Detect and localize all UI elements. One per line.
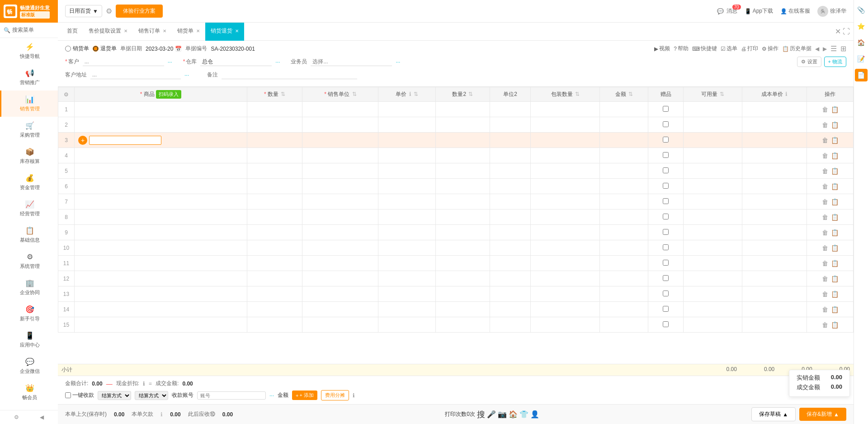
unit-price-cell[interactable] xyxy=(378,133,436,148)
qty-cell[interactable] xyxy=(247,302,302,317)
qty2-cell[interactable] xyxy=(436,317,490,333)
amount-sort-icon[interactable]: ⇅ xyxy=(628,91,633,97)
home-icon[interactable]: 🏠 xyxy=(509,410,518,419)
gift-checkbox[interactable] xyxy=(663,306,669,312)
copy-icon[interactable]: 📋 xyxy=(831,306,839,313)
unit2-cell[interactable] xyxy=(490,317,531,333)
gift-cell[interactable] xyxy=(648,133,684,148)
sales-unit-cell[interactable] xyxy=(302,225,378,240)
sidebar-item-purchase[interactable]: 🛒 采购管理 xyxy=(0,117,58,143)
topbar-gear-icon[interactable]: ⚙ xyxy=(106,7,112,15)
available-sort-icon[interactable]: ⇅ xyxy=(720,91,724,97)
unit-price-info-icon[interactable]: ℹ xyxy=(409,91,411,97)
qty-cell[interactable] xyxy=(247,210,302,225)
settlement-method-select[interactable]: 结算方式 xyxy=(98,391,131,400)
expense-split-btn[interactable]: 费用分摊 xyxy=(321,390,349,400)
qty2-cell[interactable] xyxy=(436,163,490,179)
operation-btn[interactable]: ⚙ 操作 xyxy=(762,45,778,52)
sales-unit-cell[interactable] xyxy=(302,163,378,179)
goods-cell[interactable] xyxy=(75,286,247,302)
available-cell[interactable] xyxy=(684,210,742,225)
nav-prev-icon[interactable]: ◀ xyxy=(815,46,819,52)
collapse-icon[interactable]: ◀ xyxy=(40,414,44,420)
user-info[interactable]: 头 徐泽华 xyxy=(817,6,846,17)
user-icon[interactable]: 👤 xyxy=(530,410,539,419)
copy-icon[interactable]: 📋 xyxy=(831,275,839,282)
sidebar-item-sales[interactable]: 📊 销售管理 xyxy=(0,91,58,117)
goods-cell[interactable] xyxy=(75,240,247,256)
copy-icon[interactable]: 📋 xyxy=(831,291,839,298)
qty-cell[interactable] xyxy=(247,271,302,286)
gift-cell[interactable] xyxy=(648,225,684,240)
sales-unit-cell[interactable] xyxy=(302,271,378,286)
qty2-cell[interactable] xyxy=(436,210,490,225)
gift-checkbox[interactable] xyxy=(663,152,669,158)
cost-price-info-icon[interactable]: ℹ xyxy=(785,91,788,97)
delete-icon[interactable]: 🗑 xyxy=(822,106,828,113)
copy-icon[interactable]: 📋 xyxy=(831,183,839,190)
unit2-cell[interactable] xyxy=(490,210,531,225)
pack-qty-cell[interactable] xyxy=(531,163,600,179)
delete-icon[interactable]: 🗑 xyxy=(822,214,828,221)
unit2-cell[interactable] xyxy=(490,302,531,317)
goods-cell[interactable] xyxy=(75,271,247,286)
sales-unit-cell[interactable] xyxy=(302,194,378,210)
customer-dots[interactable]: ··· xyxy=(168,59,172,65)
th-gear-icon[interactable]: ⚙ xyxy=(64,91,69,98)
unit2-cell[interactable] xyxy=(490,286,531,302)
copy-icon[interactable]: 📋 xyxy=(831,260,839,267)
qty2-sort-icon[interactable]: ⇅ xyxy=(468,91,473,97)
app-download[interactable]: 📱 App下载 xyxy=(745,7,773,15)
qty-cell[interactable] xyxy=(247,225,302,240)
pack-qty-cell[interactable] xyxy=(531,148,600,163)
unit-price-cell[interactable] xyxy=(378,102,436,117)
amount-cell[interactable] xyxy=(600,179,648,194)
shortcut-btn[interactable]: ⌨ 快捷键 xyxy=(692,45,717,52)
cost-price-cell[interactable] xyxy=(742,210,807,225)
history-btn[interactable]: 📋 历史单据 xyxy=(782,45,811,52)
sales-unit-cell[interactable] xyxy=(302,148,378,163)
cost-price-cell[interactable] xyxy=(742,302,807,317)
gift-cell[interactable] xyxy=(648,271,684,286)
cost-price-cell[interactable] xyxy=(742,225,807,240)
add-row-btn[interactable]: + xyxy=(78,136,87,145)
copy-icon[interactable]: 📋 xyxy=(831,137,839,144)
delete-icon[interactable]: 🗑 xyxy=(822,306,828,313)
available-cell[interactable] xyxy=(684,133,742,148)
copy-icon[interactable]: 📋 xyxy=(831,106,839,113)
copy-icon[interactable]: 📋 xyxy=(831,152,839,159)
account-input[interactable] xyxy=(197,391,266,400)
goods-cell[interactable] xyxy=(75,148,247,163)
gift-checkbox[interactable] xyxy=(663,167,669,173)
delete-icon[interactable]: 🗑 xyxy=(822,275,828,282)
sidebar-search[interactable]: 🔍 搜索菜单 xyxy=(0,23,58,38)
cost-price-cell[interactable] xyxy=(742,102,807,117)
customer-input[interactable] xyxy=(83,57,164,66)
unit2-cell[interactable] xyxy=(490,240,531,256)
qty2-cell[interactable] xyxy=(436,225,490,240)
goods-cell[interactable] xyxy=(75,210,247,225)
pack-qty-sort-icon[interactable]: ⇅ xyxy=(575,91,580,97)
goods-cell[interactable]: + xyxy=(75,133,247,148)
gift-cell[interactable] xyxy=(648,163,684,179)
th-settings[interactable]: ⚙ xyxy=(58,87,75,102)
copy-icon[interactable]: 📋 xyxy=(831,214,839,221)
qty-cell[interactable] xyxy=(247,163,302,179)
sidebar-item-finance[interactable]: 💰 资金管理 xyxy=(0,169,58,195)
goods-cell[interactable] xyxy=(75,225,247,240)
sales-unit-cell[interactable] xyxy=(302,256,378,271)
amount-cell[interactable] xyxy=(600,210,648,225)
available-cell[interactable] xyxy=(684,225,742,240)
gift-cell[interactable] xyxy=(648,148,684,163)
sidebar-item-inventory[interactable]: 📦 库存核算 xyxy=(0,143,58,169)
gift-cell[interactable] xyxy=(648,317,684,333)
amount-cell[interactable] xyxy=(600,163,648,179)
tab-sales-return[interactable]: 销货退货 ✕ xyxy=(205,23,244,41)
expense-info-icon[interactable]: ℹ xyxy=(353,392,355,399)
available-cell[interactable] xyxy=(684,102,742,117)
salesperson-dots[interactable]: ··· xyxy=(396,59,400,65)
unit-price-sort-icon[interactable]: ⇅ xyxy=(414,91,418,97)
addr-dots[interactable]: ··· xyxy=(184,72,189,78)
delete-icon[interactable]: 🗑 xyxy=(822,260,828,267)
qty2-cell[interactable] xyxy=(436,240,490,256)
